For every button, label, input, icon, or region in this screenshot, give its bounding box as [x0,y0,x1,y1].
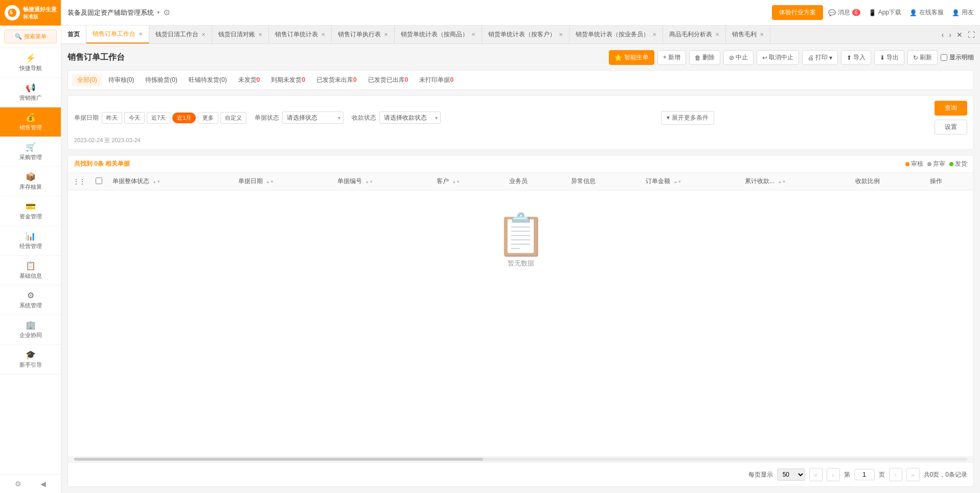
cancel-stop-button[interactable]: ↩ 取消中止 [757,50,799,65]
delete-button[interactable]: 🗑 删除 [689,50,720,65]
expand-filter-button[interactable]: ▾ 展开更多条件 [661,111,714,125]
show-details-checkbox[interactable] [941,54,947,61]
tab-sales-stat[interactable]: 销售订单统计表 ✕ [269,26,332,43]
topbar-settings-button[interactable]: ⚙ [163,8,170,17]
tab-close-button[interactable]: ✕ [652,32,656,37]
tab-close-button[interactable]: ✕ [258,32,262,37]
add-button[interactable]: + 新增 [657,50,686,65]
subtab-pending-review[interactable]: 待审核(0) [103,74,140,86]
sidebar-item-system[interactable]: ⚙ 系统管理 [0,285,61,315]
tab-cash-reconcile[interactable]: 钱货日清对账 ✕ [212,26,269,43]
refresh-button[interactable]: ↻ 刷新 [907,50,938,65]
sidebar-item-basic-info[interactable]: 📋 基础信息 [0,256,61,285]
tab-product-margin[interactable]: 商品毛利分析表 ✕ [663,26,726,43]
tab-next-button[interactable]: › [947,30,953,40]
sidebar-item-enterprise[interactable]: 🏢 企业协同 [0,315,61,345]
tab-fullscreen-button[interactable]: ⛶ [966,30,977,40]
industry-solution-button[interactable]: 体验行业方案 [772,5,823,20]
review-action[interactable]: 审核 [905,160,923,168]
tab-close-button[interactable]: ✕ [321,32,325,37]
scrollbar-thumb[interactable] [74,458,483,461]
query-button[interactable]: 查询 [935,101,967,116]
subtab-shipped-not-out[interactable]: 已发货未出库0 [311,74,362,86]
sidebar-item-purchase[interactable]: 🛒 采购管理 [0,137,61,167]
status-select[interactable]: 请选择状态 [282,111,344,124]
tab-sales-summary-customer[interactable]: 销货单统计表（按客户） ✕ [482,26,569,43]
tab-close-button[interactable]: ✕ [201,32,206,37]
col-drag: ⋮⋮ [68,173,90,190]
sort-collected-icon[interactable]: ▲▼ [778,180,786,184]
tab-sales-profit[interactable]: 销售毛利 ✕ [726,26,770,43]
online-service-button[interactable]: 👤 在线客服 [909,8,944,17]
sidebar-item-newbie[interactable]: 🎓 新手引导 [0,345,61,374]
sidebar-item-finance[interactable]: 💳 资金管理 [0,196,61,226]
date-last7-button[interactable]: 近7天 [147,112,170,124]
tab-close-all-button[interactable]: ✕ [954,30,965,40]
tab-close-button[interactable]: ✕ [384,32,388,37]
ship-action[interactable]: 发货 [949,160,967,168]
prev-page-button[interactable]: ‹ [827,468,840,481]
horizontal-scrollbar[interactable] [68,456,973,462]
tab-sales-summary-product[interactable]: 销货单统计表（按商品） ✕ [395,26,482,43]
subtab-pending-inspect[interactable]: 待拣验货(0) [140,74,183,86]
export-button[interactable]: ⬇ 导出 [874,50,904,65]
date-today-button[interactable]: 今天 [124,112,145,124]
select-all-checkbox[interactable] [96,177,102,184]
tab-sales-exec[interactable]: 销售订单执行表 ✕ [332,26,395,43]
cancel-review-action[interactable]: 弃审 [927,160,945,168]
scrollbar-track[interactable] [74,458,967,461]
sidebar-item-quick-nav[interactable]: ⚡ 快捷导航 [0,48,61,78]
last-page-button[interactable]: » [906,468,920,481]
payment-select[interactable]: 请选择收款状态 [379,111,441,124]
sidebar-collapse-button[interactable]: ◀ [40,480,46,488]
col-customer-label: 客户 [437,177,449,185]
subtab-shipped-out[interactable]: 已发货已出库0 [363,74,414,86]
sort-no-icon[interactable]: ▲▼ [365,180,373,184]
subtab-not-printed[interactable]: 未打印单据0 [414,74,459,86]
message-label: 消息 [838,8,850,17]
user-menu-button[interactable]: 👤 用友 [952,8,974,17]
table-scroll[interactable]: ⋮⋮ 单据整体状态 ▲▼ 单据日期 ▲▼ [68,173,973,456]
sort-amount-icon[interactable]: ▲▼ [674,180,682,184]
page-number-input[interactable] [854,469,875,480]
print-button[interactable]: 🖨 打印 ▾ [802,50,838,65]
subtab-wang-pending[interactable]: 旺铺待发货(0) [184,74,232,86]
smart-create-button[interactable]: ⭐ 智能生单 [609,50,654,65]
tab-close-button[interactable]: ✕ [139,31,143,37]
system-dropdown-button[interactable]: ▾ [157,9,160,16]
filter-settings-button[interactable]: 设置 [935,120,967,135]
sidebar-item-inventory[interactable]: 📦 库存核算 [0,167,61,196]
first-page-button[interactable]: « [809,468,823,481]
page-size-select[interactable]: 50 10 20 100 [777,468,805,481]
sidebar-settings-button[interactable]: ⚙ [15,480,21,488]
search-menu-button[interactable]: 🔍 搜索菜单 [4,30,57,43]
sort-state-icon[interactable]: ▲▼ [152,180,161,184]
date-yesterday-button[interactable]: 昨天 [102,112,122,124]
sort-customer-icon[interactable]: ▲▼ [452,180,460,184]
date-custom-button[interactable]: 自定义 [220,112,246,124]
stop-button[interactable]: ⊘ 中止 [723,50,754,65]
subtab-all[interactable]: 全部(0) [72,74,102,86]
date-last1month-button[interactable]: 近1月 [172,113,196,123]
tab-prev-button[interactable]: ‹ [940,30,946,40]
tab-sales-summary-staff[interactable]: 销货单统计表（按业务员） ✕ [569,26,663,43]
app-download-button[interactable]: 📱 App下载 [869,8,901,17]
tab-close-button[interactable]: ✕ [715,32,719,37]
sort-date-icon[interactable]: ▲▼ [266,180,274,184]
tab-close-button[interactable]: ✕ [559,32,563,37]
tab-sales-workbench[interactable]: 销售订单工作台 ✕ [86,26,149,43]
tab-close-button[interactable]: ✕ [760,32,764,37]
sidebar-item-marketing[interactable]: 📢 营销推广 [0,78,61,107]
show-details-checkbox-label[interactable]: 显示明细 [941,53,974,62]
import-button[interactable]: ⬆ 导入 [841,50,871,65]
subtab-overdue-not-shipped[interactable]: 到期未发货0 [266,74,310,86]
tab-close-button[interactable]: ✕ [471,32,475,37]
tab-cash-daily[interactable]: 钱货日清工作台 ✕ [149,26,212,43]
next-page-button[interactable]: › [889,468,902,481]
sidebar-item-sales[interactable]: 💰 销售管理 [0,107,61,137]
date-more-button[interactable]: 更多 [198,112,218,124]
tab-home[interactable]: 首页 [61,26,86,43]
messages-button[interactable]: 💬 消息 6 [828,8,860,17]
subtab-not-shipped[interactable]: 未发货0 [233,74,265,86]
sidebar-item-operation[interactable]: 📊 经营管理 [0,226,61,256]
